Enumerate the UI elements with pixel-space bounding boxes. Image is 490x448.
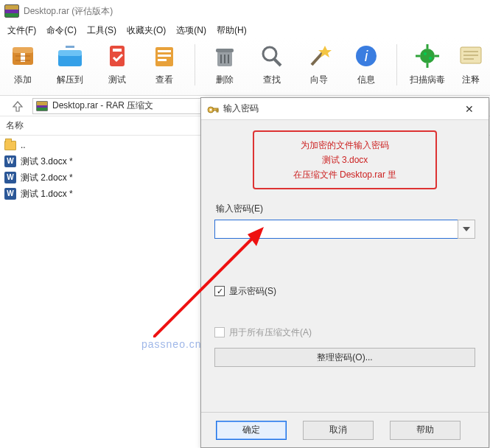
- menu-command[interactable]: 命令(C): [42, 23, 81, 38]
- password-dialog: 输入密码 ✕ 为加密的文件输入密码 测试 3.docx 在压缩文件 Deskto…: [200, 97, 489, 448]
- toolbar: 添加 解压到 测试 查看 删除 查找 向导 i 信息 扫描病毒 注释: [0, 38, 490, 96]
- use-for-all-checkbox[interactable]: 用于所有压缩文件(A): [214, 324, 475, 340]
- dialog-buttons: 确定 取消 帮助: [201, 412, 489, 447]
- window-titlebar: Desktop.rar (评估版本): [0, 0, 490, 22]
- password-combo: [214, 220, 475, 239]
- docx-icon: [4, 172, 16, 183]
- docx-icon: [4, 188, 16, 200]
- dialog-titlebar[interactable]: 输入密码 ✕: [201, 98, 489, 120]
- chevron-down-icon: [463, 227, 470, 231]
- toolbar-virus[interactable]: 扫描病毒: [409, 41, 446, 86]
- path-text: Desktop.rar - RAR 压缩文: [52, 99, 153, 112]
- toolbar-sep-1: [195, 44, 195, 85]
- toolbar-extract[interactable]: 解压到: [52, 41, 88, 86]
- window-title: Desktop.rar (评估版本): [24, 5, 113, 18]
- toolbar-sep-2: [396, 44, 397, 85]
- toolbar-comment[interactable]: 注释: [456, 41, 486, 86]
- password-field-label: 输入密码(E): [216, 203, 475, 215]
- svg-rect-1: [13, 47, 33, 53]
- toolbar-delete[interactable]: 删除: [207, 41, 244, 86]
- show-password-label: 显示密码(S): [229, 285, 276, 298]
- find-icon: [257, 43, 287, 69]
- svg-rect-9: [113, 49, 122, 52]
- password-message-box: 为加密的文件输入密码 测试 3.docx 在压缩文件 Desktop.rar 里: [253, 130, 437, 189]
- svg-point-31: [429, 57, 432, 60]
- msg-line-2: 测试 3.docx: [265, 153, 425, 167]
- wizard-icon: [304, 43, 334, 69]
- svg-point-30: [424, 52, 427, 55]
- svg-rect-15: [216, 49, 234, 52]
- test-icon: [102, 43, 132, 69]
- virus-icon: [413, 43, 442, 69]
- svg-rect-39: [217, 110, 218, 112]
- svg-rect-6: [58, 50, 82, 56]
- winrar-icon: [4, 4, 19, 18]
- archive-icon: [36, 101, 48, 111]
- folder-icon: [4, 141, 16, 150]
- dialog-close-button[interactable]: ✕: [456, 99, 483, 119]
- toolbar-find[interactable]: 查找: [253, 41, 290, 86]
- view-icon: [150, 43, 179, 69]
- parent-dir: ..: [21, 140, 26, 150]
- file-name: 测试 3.docx *: [21, 155, 73, 168]
- checkbox-group: 显示密码(S) 用于所有压缩文件(A) 整理密码(O)...: [214, 283, 475, 367]
- svg-rect-13: [158, 59, 167, 61]
- add-archive-icon: [8, 43, 38, 69]
- up-button[interactable]: [3, 98, 32, 114]
- msg-line-3: 在压缩文件 Desktop.rar 里: [265, 167, 425, 182]
- menu-help[interactable]: 帮助(H): [212, 23, 251, 38]
- organize-passwords-button[interactable]: 整理密码(O)...: [214, 348, 475, 367]
- ok-button[interactable]: 确定: [216, 421, 287, 440]
- toolbar-view[interactable]: 查看: [146, 41, 183, 86]
- msg-line-1: 为加密的文件输入密码: [265, 138, 425, 153]
- svg-rect-11: [158, 50, 171, 52]
- file-name: 测试 2.docx *: [21, 172, 73, 184]
- help-button[interactable]: 帮助: [390, 421, 461, 440]
- menu-tools[interactable]: 工具(S): [83, 23, 121, 38]
- info-icon: i: [351, 43, 381, 69]
- menubar: 文件(F) 命令(C) 工具(S) 收藏夹(O) 选项(N) 帮助(H): [0, 22, 490, 38]
- svg-point-37: [210, 108, 212, 111]
- svg-text:i: i: [365, 48, 368, 64]
- dialog-body: 为加密的文件输入密码 测试 3.docx 在压缩文件 Desktop.rar 里…: [201, 120, 489, 412]
- checkbox-icon: [214, 327, 225, 337]
- up-arrow-icon: [11, 99, 24, 113]
- svg-rect-7: [66, 46, 74, 48]
- svg-point-25: [420, 49, 435, 63]
- file-name: 测试 1.docx *: [21, 188, 73, 200]
- svg-point-19: [263, 47, 276, 60]
- menu-favorites[interactable]: 收藏夹(O): [122, 23, 170, 38]
- menu-options[interactable]: 选项(N): [172, 23, 211, 38]
- delete-icon: [210, 43, 239, 69]
- watermark: passneo.cn: [141, 338, 202, 350]
- docx-icon: [4, 155, 16, 167]
- column-name[interactable]: 名称: [6, 119, 24, 132]
- show-password-checkbox[interactable]: 显示密码(S): [214, 283, 475, 299]
- dialog-title: 输入密码: [223, 102, 456, 115]
- svg-line-20: [274, 59, 281, 66]
- password-dropdown-button[interactable]: [458, 220, 475, 239]
- extract-icon: [55, 43, 85, 69]
- svg-rect-12: [158, 55, 171, 57]
- toolbar-wizard[interactable]: 向导: [301, 41, 337, 86]
- use-for-all-label: 用于所有压缩文件(A): [229, 326, 312, 339]
- checkbox-icon: [214, 286, 225, 296]
- toolbar-info[interactable]: i 信息: [348, 41, 385, 86]
- key-icon: [207, 103, 219, 115]
- cancel-button[interactable]: 取消: [303, 421, 374, 440]
- comment-icon: [456, 43, 486, 69]
- password-input[interactable]: [214, 220, 458, 239]
- toolbar-add[interactable]: 添加: [4, 41, 41, 86]
- toolbar-test[interactable]: 测试: [99, 41, 136, 86]
- close-icon: ✕: [465, 103, 474, 115]
- menu-file[interactable]: 文件(F): [3, 23, 41, 38]
